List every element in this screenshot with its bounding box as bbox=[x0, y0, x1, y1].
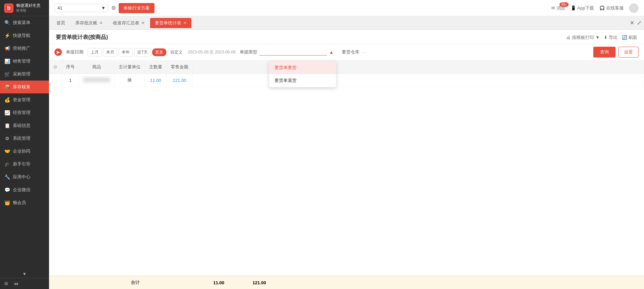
tab-expand-icon[interactable]: ⤢ bbox=[637, 20, 641, 26]
dropdown-item-0[interactable]: 要货单要货 bbox=[269, 61, 336, 74]
sidebar-item-wechat[interactable]: 💬 企业微信 bbox=[0, 183, 49, 196]
query-btn[interactable]: 查询 bbox=[593, 47, 616, 58]
sidebar-item-quick[interactable]: ⚡ 快捷导航 bbox=[0, 29, 49, 42]
th-product: 商品 bbox=[79, 61, 115, 74]
refresh-label: 刷新 bbox=[628, 35, 637, 41]
tab-close-icon[interactable]: ✕ bbox=[99, 21, 103, 25]
sidebar-scroll-down[interactable]: ▼ bbox=[0, 270, 49, 278]
sidebar-item-label: 采购管理 bbox=[13, 71, 30, 77]
chevron-down-icon: ▼ bbox=[595, 35, 600, 40]
trial-btn[interactable]: 体验行业方案 bbox=[119, 3, 154, 13]
sidebar-item-system[interactable]: ⚙ 系统管理 bbox=[0, 132, 49, 145]
sidebar-item-sales[interactable]: 📊 销售管理 bbox=[0, 55, 49, 68]
sidebar: b 畅捷通好生意 标准版 🔍 搜索菜单 ⚡ 快捷导航 📢 营销推广 📊 销售管理… bbox=[0, 0, 49, 289]
type-filter-input[interactable] bbox=[259, 49, 327, 55]
service-btn[interactable]: 🎧 在线客服 bbox=[599, 5, 624, 11]
topbar-right: ✉ 消息 99+ 📱 App下载 🎧 在线客服 bbox=[551, 3, 639, 13]
type-filter-label: 单据类型 bbox=[240, 49, 257, 55]
sidebar-item-base[interactable]: 📋 基础信息 bbox=[0, 119, 49, 132]
type-dropdown-arrow[interactable]: ▲ bbox=[329, 49, 334, 55]
sidebar-item-label: 系统管理 bbox=[13, 135, 30, 141]
btn-this-month[interactable]: 本月 bbox=[103, 48, 117, 57]
btn-last-month[interactable]: 上月 bbox=[88, 48, 102, 57]
export-action[interactable]: ⬇ 导出 bbox=[604, 35, 618, 41]
main-area: 41 ▼ ⚙ 体验行业方案 ✉ 消息 99+ 📱 App下载 🎧 在线客服 bbox=[49, 0, 644, 289]
tab-order-stat[interactable]: 要货单统计表 ✕ bbox=[150, 18, 191, 28]
purchase-icon: 🛒 bbox=[4, 71, 10, 77]
tab-close-icon[interactable]: ✕ bbox=[141, 21, 145, 25]
sidebar-item-inventory[interactable]: 📦 库存核算 bbox=[0, 81, 49, 93]
sidebar-item-marketing[interactable]: 📢 营销推广 bbox=[0, 42, 49, 55]
refresh-icon: 🔄 bbox=[622, 35, 627, 40]
filter-expand-btn[interactable]: ▶ bbox=[54, 48, 62, 56]
btn-custom[interactable]: 自定义 bbox=[170, 49, 183, 55]
btn-recent7[interactable]: 近7天 bbox=[134, 48, 151, 57]
member-icon: 👑 bbox=[4, 200, 10, 206]
sidebar-item-finance[interactable]: 💰 资金管理 bbox=[0, 93, 49, 106]
settings-icon[interactable]: ⚙ bbox=[4, 281, 8, 286]
wechat-icon: 💬 bbox=[4, 187, 10, 193]
th-amount: 零售金额 bbox=[167, 61, 193, 74]
sidebar-nav: 🔍 搜索菜单 ⚡ 快捷导航 📢 营销推广 📊 销售管理 🛒 采购管理 📦 库存核… bbox=[0, 16, 49, 270]
app-download-btn[interactable]: 📱 App下载 bbox=[571, 5, 594, 11]
print-icon: 🖨 bbox=[566, 35, 571, 40]
sidebar-item-label: 搜索菜单 bbox=[13, 20, 30, 26]
user-avatar[interactable] bbox=[629, 3, 639, 13]
warehouse-filter-label: 要货仓库 bbox=[342, 49, 359, 55]
filter-actions: 查询 设置 bbox=[593, 47, 639, 58]
sidebar-item-member[interactable]: 👑 畅会员 bbox=[0, 196, 49, 209]
app-download-label: App下载 bbox=[577, 5, 594, 11]
settings-btn[interactable]: 设置 bbox=[618, 47, 639, 58]
td-qty[interactable]: 11.00 bbox=[145, 74, 167, 87]
column-settings-icon[interactable]: ⚙ bbox=[53, 64, 57, 70]
sidebar-item-purchase[interactable]: 🛒 采购管理 bbox=[0, 68, 49, 81]
sales-icon: 📊 bbox=[4, 58, 10, 64]
table-row: 1 块 11.00 121.00 bbox=[49, 74, 644, 87]
sidebar-item-app[interactable]: 🔧 应用中心 bbox=[0, 171, 49, 183]
sidebar-item-label: 畅会员 bbox=[13, 200, 26, 206]
td-amount[interactable]: 121.00 bbox=[167, 74, 193, 87]
sidebar-item-label: 库存核算 bbox=[13, 84, 30, 90]
refresh-action[interactable]: 🔄 刷新 bbox=[622, 35, 637, 41]
tab-close-active-icon[interactable]: ✕ bbox=[183, 21, 187, 25]
app-name: 畅捷通好生意 bbox=[16, 3, 41, 8]
tab-close-all-icon[interactable]: ✕ bbox=[630, 20, 634, 26]
sidebar-item-label: 新手引导 bbox=[13, 161, 30, 167]
topbar: 41 ▼ ⚙ 体验行业方案 ✉ 消息 99+ 📱 App下载 🎧 在线客服 bbox=[49, 0, 644, 16]
store-select[interactable]: 41 ▼ bbox=[54, 4, 109, 12]
topbar-gear-icon[interactable]: ⚙ bbox=[111, 5, 116, 11]
table-container: ⚙ 序号 商品 主计量单位 主数量 零售金额 1 块 11.00 121.0 bbox=[49, 61, 644, 275]
th-settings[interactable]: ⚙ bbox=[49, 61, 62, 74]
type-filter-group: 单据类型 ▲ bbox=[240, 49, 334, 55]
dropdown-item-1[interactable]: 要货单退货 bbox=[269, 74, 336, 87]
tab-order-stat-label: 要货单统计表 bbox=[155, 20, 181, 26]
sidebar-item-label: 销售管理 bbox=[13, 58, 30, 64]
tab-recv-send[interactable]: 收发存汇总表 ✕ bbox=[108, 18, 149, 28]
date-filter-buttons: 上月 本月 本年 近7天 更多 bbox=[88, 48, 166, 57]
inventory-icon: 📦 bbox=[4, 84, 10, 90]
sidebar-item-label: 企业协同 bbox=[13, 148, 30, 154]
app-name-container: 畅捷通好生意 标准版 bbox=[16, 3, 41, 13]
tab-home[interactable]: 首页 bbox=[52, 18, 70, 28]
date-range-display: 2023-05-06 至 2023-06-06 bbox=[188, 49, 236, 55]
sidebar-item-search[interactable]: 🔍 搜索菜单 bbox=[0, 16, 49, 29]
message-btn[interactable]: ✉ 消息 99+ bbox=[551, 5, 565, 11]
print-action[interactable]: 🖨 按模板打印 ▼ bbox=[566, 35, 600, 41]
type-dropdown: 要货单要货 要货单退货 bbox=[269, 61, 336, 87]
collapse-icon[interactable]: ⏮ bbox=[14, 281, 19, 286]
operation-icon: 📈 bbox=[4, 110, 10, 116]
total-qty: 11.00 bbox=[198, 280, 239, 285]
date-filter-label: 单据日期 bbox=[66, 49, 84, 55]
sidebar-item-collab[interactable]: 🤝 企业协同 bbox=[0, 145, 49, 158]
tab-home-label: 首页 bbox=[56, 20, 65, 26]
sidebar-item-operation[interactable]: 📈 经营管理 bbox=[0, 106, 49, 119]
tab-inventory-batch[interactable]: 库存批次账 ✕ bbox=[71, 18, 108, 28]
export-icon: ⬇ bbox=[604, 35, 607, 40]
btn-more[interactable]: 更多 bbox=[152, 48, 166, 56]
sidebar-item-guide[interactable]: 🎓 新手引导 bbox=[0, 158, 49, 171]
btn-this-year[interactable]: 本年 bbox=[119, 48, 133, 57]
th-index: 序号 bbox=[62, 61, 79, 74]
finance-icon: 💰 bbox=[4, 97, 10, 103]
warehouse-more-icon[interactable]: ··· bbox=[362, 49, 366, 55]
print-label: 按模板打印 bbox=[572, 35, 594, 41]
